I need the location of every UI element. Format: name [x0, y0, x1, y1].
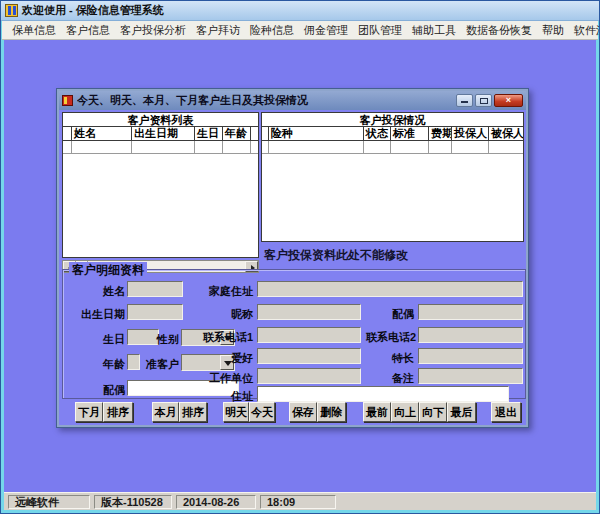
close-icon: × [506, 95, 511, 105]
birthday-label: 生日 [75, 332, 125, 347]
delete-button[interactable]: 删除 [317, 402, 346, 422]
menu-aux-tools[interactable]: 辅助工具 [407, 23, 461, 38]
sort-this-month-button[interactable]: 排序 [179, 402, 207, 422]
hobby-input[interactable] [257, 348, 361, 364]
col-birth-date: 出生日期 [132, 127, 195, 140]
col-age: 年龄 [223, 127, 251, 140]
customer-list-grid[interactable]: 客户资料列表 姓名 出生日期 生日 年龄 [62, 112, 259, 258]
this-month-button[interactable]: 本月 [152, 402, 179, 422]
status-date: 2014-08-26 [176, 495, 256, 509]
groupbox-label: 客户明细资料 [69, 262, 147, 279]
specialty-label: 特长 [374, 351, 414, 366]
minimize-button[interactable] [456, 94, 473, 107]
col-standard: 标准 [391, 127, 429, 140]
close-button[interactable]: × [494, 94, 523, 107]
prospect-label: 准客户 [141, 357, 179, 372]
spouse-right-label: 配偶 [374, 307, 414, 322]
row-indicator-header [63, 127, 72, 140]
home-address-label: 家庭住址 [205, 284, 253, 299]
spouse-left-label: 配偶 [75, 383, 125, 398]
minimize-icon [461, 101, 468, 103]
spouse-right-input[interactable] [418, 304, 523, 320]
menu-team[interactable]: 团队管理 [353, 23, 407, 38]
birth-date-input[interactable] [127, 304, 183, 320]
specialty-input[interactable] [418, 348, 523, 364]
col-fee-period: 费期 [429, 127, 452, 140]
menu-customer-info[interactable]: 客户信息 [61, 23, 115, 38]
age-label: 年龄 [75, 357, 125, 372]
gender-label: 性别 [151, 332, 179, 347]
child-title-bar[interactable]: 今天、明天、本月、下月客户生日及其投保情况 × [59, 91, 526, 110]
nickname-input[interactable] [257, 304, 361, 320]
col-name: 姓名 [72, 127, 132, 140]
remark-input[interactable] [418, 368, 523, 384]
status-bar: 远峰软件 版本-110528 2014-08-26 18:09 [4, 492, 596, 510]
window-border-right [596, 21, 599, 513]
sort-next-month-button[interactable]: 排序 [103, 402, 133, 422]
col-insured: 被保人 [489, 127, 523, 140]
exit-button[interactable]: 退出 [491, 402, 521, 422]
policy-group-header: 客户投保情况 [262, 113, 523, 127]
maximize-icon [480, 98, 488, 104]
address-input[interactable] [257, 386, 509, 402]
window-title: 欢迎使用 - 保险信息管理系统 [22, 3, 164, 18]
up-button[interactable]: 向上 [391, 402, 419, 422]
child-window-title: 今天、明天、本月、下月客户生日及其投保情况 [77, 93, 456, 108]
policy-grid[interactable]: 客户投保情况 险种 状态 标准 费期 投保人 被保人 [261, 112, 524, 242]
status-time: 18:09 [260, 495, 336, 509]
col-birthday: 生日 [195, 127, 223, 140]
menu-register[interactable]: 软件注册 [569, 23, 600, 38]
customer-list-empty-row[interactable] [63, 141, 258, 154]
save-button[interactable]: 保存 [289, 402, 317, 422]
birth-date-label: 出生日期 [75, 307, 125, 322]
mdi-client-area: 今天、明天、本月、下月客户生日及其投保情况 × 客户资料列表 姓名 出生日期 生… [4, 40, 596, 492]
customer-list-group-header: 客户资料列表 [63, 113, 258, 127]
phone1-label: 联系电话1 [195, 330, 253, 345]
home-address-input[interactable] [257, 281, 523, 297]
menu-bar: 保单信息 客户信息 客户投保分析 客户拜访 险种信息 佣金管理 团队管理 辅助工… [2, 21, 598, 40]
detail-form-groupbox: 客户明细资料 姓名 出生日期 生日 性别 年龄 准客户 配偶 家庭住址 [62, 269, 526, 399]
menu-insurance-analysis[interactable]: 客户投保分析 [115, 23, 191, 38]
menu-customer-visit[interactable]: 客户拜访 [191, 23, 245, 38]
app-icon [5, 4, 18, 17]
down-button[interactable]: 向下 [419, 402, 447, 422]
main-window: 欢迎使用 - 保险信息管理系统 保单信息 客户信息 客户投保分析 客户拜访 险种… [0, 0, 600, 514]
maximize-button[interactable] [475, 94, 492, 107]
readonly-notice: 客户投保资料此处不能修改 [264, 247, 408, 264]
row-indicator-header [262, 127, 269, 140]
work-unit-label: 工作单位 [205, 371, 253, 386]
hobby-label: 爱好 [221, 351, 253, 366]
menu-commission[interactable]: 佣金管理 [299, 23, 353, 38]
menu-backup-restore[interactable]: 数据备份恢复 [461, 23, 537, 38]
tomorrow-button[interactable]: 明天 [223, 402, 249, 422]
col-status: 状态 [364, 127, 391, 140]
child-window: 今天、明天、本月、下月客户生日及其投保情况 × 客户资料列表 姓名 出生日期 生… [56, 88, 529, 428]
next-month-button[interactable]: 下月 [75, 402, 103, 422]
col-spare [251, 127, 258, 140]
phone2-label: 联系电话2 [358, 330, 416, 345]
age-input[interactable] [127, 354, 140, 370]
window-border-left [1, 21, 4, 513]
work-unit-input[interactable] [257, 368, 361, 384]
menu-policy-info[interactable]: 保单信息 [7, 23, 61, 38]
menu-help[interactable]: 帮助 [537, 23, 569, 38]
last-button[interactable]: 最后 [447, 402, 476, 422]
window-border-bottom [1, 510, 599, 513]
child-window-icon [62, 95, 73, 106]
remark-label: 备注 [374, 371, 414, 386]
col-insurance-type: 险种 [269, 127, 364, 140]
policy-empty-row[interactable] [262, 141, 523, 154]
child-client-area: 客户资料列表 姓名 出生日期 生日 年龄 [59, 110, 526, 425]
name-input[interactable] [127, 281, 183, 297]
title-bar[interactable]: 欢迎使用 - 保险信息管理系统 [1, 1, 599, 21]
today-button[interactable]: 今天 [249, 402, 275, 422]
phone1-input[interactable] [257, 327, 361, 343]
menu-insurance-type-info[interactable]: 险种信息 [245, 23, 299, 38]
name-label: 姓名 [75, 284, 125, 299]
first-button[interactable]: 最前 [363, 402, 391, 422]
phone2-input[interactable] [418, 327, 523, 343]
nickname-label: 昵称 [221, 307, 253, 322]
col-policyholder: 投保人 [452, 127, 489, 140]
status-company: 远峰软件 [8, 495, 90, 509]
status-version: 版本-110528 [94, 495, 172, 509]
